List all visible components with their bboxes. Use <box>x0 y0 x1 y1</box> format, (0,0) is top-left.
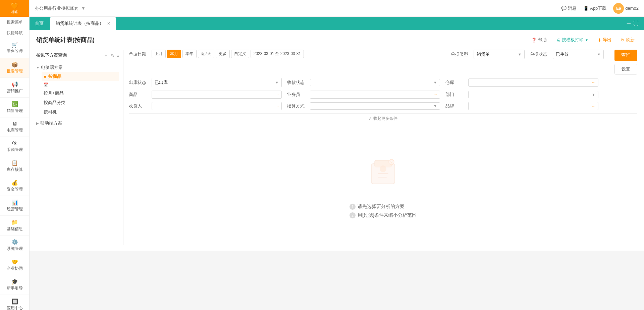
query-btn[interactable]: 查询 <box>614 50 637 61</box>
inventory-label: 库存核算 <box>7 167 23 172</box>
sidebar-item-basic[interactable]: 📁 基础信息 <box>0 216 29 236</box>
type-select[interactable]: 销货单 ▼ <box>474 50 525 59</box>
tree-group-mobile: ▶ 移动端方案 <box>36 119 119 127</box>
tree-item-by-dept[interactable]: 按司机 <box>42 107 119 117</box>
tip-text-2: 用[过滤]条件来缩小分析范围 <box>358 212 417 218</box>
message-btn[interactable]: 💬 消息 <box>561 5 577 11</box>
sidebar-item-inventory[interactable]: 📋 库存核算 <box>0 156 29 176</box>
top-header: 办公用品行业模拟账套 ▼ 💬 消息 📱 App下载 Ea demo2 <box>30 0 644 17</box>
sidebar-item-retail[interactable]: 🛒 零售管理 <box>0 38 29 58</box>
recipient-input[interactable]: ··· <box>152 102 282 110</box>
desktop-group-label: 电脑端方案 <box>41 64 63 70</box>
sidebar-item-marketing[interactable]: 📢 营销推广 <box>0 78 29 98</box>
user-profile[interactable]: Ea demo2 <box>613 3 639 14</box>
finance-icon: 💰 <box>11 179 18 186</box>
collapse-bar[interactable]: ∧ 收起更多条件 <box>129 113 637 123</box>
template-print-btn[interactable]: 🖨 按模板打印 ▼ <box>553 36 591 44</box>
mobile-group-header[interactable]: ▶ 移动端方案 <box>36 119 119 127</box>
print-icon: 🖨 <box>556 38 560 43</box>
collection-arrow-icon: ▼ <box>433 81 437 85</box>
content-wrapper: 销货单统计表(按商品) ❓ 帮助 🖨 按模板打印 ▼ ⬇ 导出 <box>30 30 644 251</box>
tab-report[interactable]: 销货单统计表（按商品） ✕ <box>50 17 116 30</box>
empty-tip-2: 2 用[过滤]条件来缩小分析范围 <box>350 212 417 218</box>
warehouse-filter-section: 仓库 ··· <box>445 79 598 87</box>
sidebar-item-operations[interactable]: 📊 经营管理 <box>0 196 29 216</box>
empty-icon: ? <box>363 150 403 197</box>
dropdown-arrow-icon[interactable]: ▼ <box>81 6 86 11</box>
date-btn-more[interactable]: 更多 <box>216 50 230 58</box>
warehouse-status-select[interactable]: 已出库 ▼ <box>152 78 282 87</box>
export-label: 导出 <box>603 37 611 43</box>
tree-item-by-month-goods[interactable]: 按月+商品 <box>42 89 119 98</box>
sidebar-item-enterprise[interactable]: 🤝 企业协同 <box>0 255 29 275</box>
status-select[interactable]: 已生效 ▼ <box>553 50 604 59</box>
date-btn-this-month[interactable]: 本月 <box>167 50 181 58</box>
settlement-arrow-icon: ▼ <box>433 104 437 108</box>
sidebar-item-wholesale[interactable]: 📦 批发管理 <box>0 58 29 78</box>
salesperson-label: 业务员 <box>287 92 307 98</box>
warehouse-filter-input[interactable]: ··· <box>468 79 598 87</box>
add-scheme-icon[interactable]: ＋ <box>104 52 108 58</box>
help-label: 帮助 <box>538 37 547 43</box>
date-label: 单据日期 <box>129 51 149 57</box>
tree-children: ● 按商品 📅 按月+商品 按商品分类 <box>36 72 119 117</box>
sidebar-item-apps[interactable]: 🔲 应用中心 <box>0 295 29 310</box>
export-icon: ⬇ <box>598 38 601 43</box>
settlement-select[interactable]: ▼ <box>310 102 440 110</box>
sidebar-quick-nav[interactable]: 快捷导航 <box>0 28 29 38</box>
tree-item-by-category[interactable]: 按商品分类 <box>42 98 119 107</box>
collapse-panel-icon[interactable]: « <box>116 53 119 58</box>
date-btn-this-year[interactable]: 本年 <box>182 50 197 58</box>
date-btn-last-month[interactable]: 上月 <box>152 50 166 58</box>
by-dept-label: 按司机 <box>44 109 57 115</box>
page-content: 销货单统计表(按商品) ❓ 帮助 🖨 按模板打印 ▼ ⬇ 导出 <box>30 30 644 310</box>
department-arrow-icon: ▼ <box>592 93 595 97</box>
recipient-ellipsis: ··· <box>275 104 279 108</box>
sidebar-search[interactable]: 搜索菜单 <box>0 17 29 28</box>
goods-input[interactable]: ··· <box>152 91 282 99</box>
edit-scheme-icon[interactable]: ✎ <box>110 53 114 58</box>
type-label: 单据类型 <box>451 51 471 57</box>
brand-input[interactable]: ··· <box>468 102 598 110</box>
settings-btn[interactable]: 设置 <box>614 64 637 74</box>
tab-home[interactable]: 首页 <box>30 17 49 30</box>
status-label: 单据状态 <box>530 51 550 57</box>
home-tab-label: 首页 <box>35 20 44 27</box>
sidebar-item-system[interactable]: ⚙️ 系统管理 <box>0 236 29 255</box>
sidebar-item-finance[interactable]: 💰 资金管理 <box>0 176 29 196</box>
tab-close-icon[interactable]: ✕ <box>107 21 110 26</box>
mobile-group-label: 移动端方案 <box>40 120 62 126</box>
export-btn[interactable]: ⬇ 导出 <box>595 36 614 44</box>
refresh-btn[interactable]: ↻ 刷新 <box>618 36 637 44</box>
message-label: 消息 <box>568 5 577 11</box>
type-arrow-icon: ▼ <box>518 52 522 56</box>
app-download-btn[interactable]: 📱 App下载 <box>583 5 606 11</box>
by-month-goods-label: 按月+商品 <box>44 90 64 96</box>
collection-select[interactable]: ▼ <box>310 79 440 86</box>
help-icon: ❓ <box>531 38 537 43</box>
department-select[interactable]: ▼ <box>468 91 598 98</box>
sidebar-item-guide[interactable]: 🎓 新手引导 <box>0 275 29 295</box>
query-buttons: 查询 设置 <box>614 50 637 74</box>
help-btn[interactable]: ❓ 帮助 <box>529 36 549 44</box>
filter-date-section: 单据日期 上月 本月 本年 近7天 更多 自定义 2023-03-01 至 20… <box>129 50 445 59</box>
sidebar-item-sales[interactable]: 💹 销售管理 <box>0 98 29 117</box>
sidebar-item-procurement[interactable]: 🛍 采购管理 <box>0 137 29 156</box>
date-btn-7days[interactable]: 近7天 <box>198 50 214 58</box>
right-panel: 单据日期 上月 本月 本年 近7天 更多 自定义 2023-03-01 至 20… <box>123 50 637 245</box>
left-panel: 按以下方案查询 ＋ ✎ « ▼ 电脑端方案 <box>36 50 123 245</box>
sidebar-item-ecommerce[interactable]: 🖥 电商管理 <box>0 117 29 137</box>
date-btn-custom[interactable]: 自定义 <box>231 50 249 58</box>
template-print-label: 按模板打印 <box>562 37 584 43</box>
header-right: 💬 消息 📱 App下载 Ea demo2 <box>561 3 639 14</box>
tab-minimize-icon[interactable]: ─ <box>627 20 631 27</box>
tip-text-1: 请先选择要分析的方案 <box>358 204 405 210</box>
recipient-label: 收货人 <box>129 103 149 109</box>
sub-icon: 📅 <box>44 83 49 87</box>
tip-num-1: 1 <box>350 204 356 210</box>
empty-tip-1: 1 请先选择要分析的方案 <box>350 204 417 210</box>
desktop-group-header[interactable]: ▼ 电脑端方案 <box>36 63 119 72</box>
tab-expand-icon[interactable]: ⛶ <box>633 20 639 27</box>
tree-item-by-goods[interactable]: ● 按商品 <box>42 72 119 81</box>
salesperson-input[interactable]: ··· <box>310 91 440 99</box>
